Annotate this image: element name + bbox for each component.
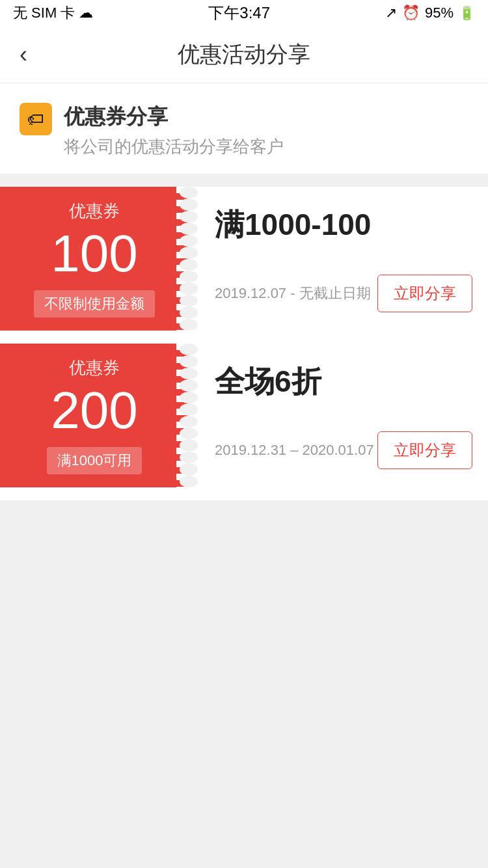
page-title: 优惠活动分享	[178, 40, 310, 70]
coupon-label-1: 优惠券	[69, 200, 120, 223]
coupon-notch	[180, 476, 198, 487]
share-button-2[interactable]: 立即分享	[377, 431, 472, 469]
coupon-condition-2: 满1000可用	[47, 447, 142, 474]
status-right: ↗ ⏰ 95% 🔋	[385, 5, 475, 21]
section-subtitle: 将公司的优惠活动分享给客户	[64, 135, 284, 158]
coupon-card-2: 优惠券 200 满1000可用 全场6折 2019.12.31 – 2020.0…	[0, 344, 488, 487]
coupon-notch	[180, 416, 198, 427]
coupon-notch	[180, 211, 198, 223]
sim-status: 无 SIM 卡 ☁	[13, 3, 93, 23]
section-text: 优惠券分享 将公司的优惠活动分享给客户	[64, 103, 284, 158]
coupon-bottom-2: 2019.12.31 – 2020.01.07 立即分享	[215, 431, 472, 469]
coupon-notch	[180, 247, 198, 258]
back-button[interactable]: ‹	[20, 41, 27, 68]
coupon-notch	[180, 295, 198, 306]
coupon-right-2: 全场6折 2019.12.31 – 2020.01.07 立即分享	[189, 344, 488, 487]
alarm-icon: ⏰	[402, 5, 420, 21]
coupon-left-2: 优惠券 200 满1000可用	[0, 344, 189, 487]
coupon-notch	[180, 452, 198, 463]
coupon-amount-2: 200	[51, 385, 137, 437]
coupon-name-2: 全场6折	[215, 362, 472, 402]
nav-bar: ‹ 优惠活动分享	[0, 26, 488, 83]
content-area: 🏷 优惠券分享 将公司的优惠活动分享给客户 优惠券 100 不限制使用金额 满1…	[0, 83, 488, 500]
coupon-date-1: 2019.12.07 - 无截止日期	[215, 284, 371, 303]
coupon-notch	[180, 463, 198, 475]
status-time: 下午3:47	[208, 3, 270, 23]
share-button-1[interactable]: 立即分享	[377, 275, 472, 312]
section-icon: 🏷	[20, 103, 52, 135]
coupon-left-1: 优惠券 100 不限制使用金额	[0, 187, 189, 331]
coupon-notch	[180, 235, 198, 247]
coupon-card-1: 优惠券 100 不限制使用金额 满1000-100 2019.12.07 - 无…	[0, 187, 488, 331]
coupon-right-1: 满1000-100 2019.12.07 - 无截止日期 立即分享	[189, 187, 488, 331]
coupon-bottom-1: 2019.12.07 - 无截止日期 立即分享	[215, 275, 472, 312]
battery-status: 95%	[425, 5, 454, 21]
coupon-date-2: 2019.12.31 – 2020.01.07	[215, 442, 374, 459]
coupon-notch	[180, 271, 198, 282]
coupon-notch	[180, 427, 198, 439]
status-left: 无 SIM 卡 ☁	[13, 3, 93, 23]
coupon-notch	[180, 392, 198, 403]
coupon-notch	[180, 259, 198, 271]
coupon-condition-1: 不限制使用金额	[34, 290, 155, 318]
coupon-notch	[180, 198, 198, 210]
coupon-notch	[180, 187, 198, 198]
status-bar: 无 SIM 卡 ☁ 下午3:47 ↗ ⏰ 95% 🔋	[0, 0, 488, 26]
location-icon: ↗	[385, 5, 397, 21]
coupon-amount-1: 100	[51, 228, 137, 280]
coupon-notch	[180, 368, 198, 379]
coupon-list: 优惠券 100 不限制使用金额 满1000-100 2019.12.07 - 无…	[0, 187, 488, 500]
coupon-notch	[180, 306, 198, 318]
coupon-icon: 🏷	[27, 109, 44, 129]
coupon-notch	[180, 403, 198, 415]
coupon-notch	[180, 379, 198, 391]
coupon-divider-1	[180, 187, 198, 331]
battery-icon: 🔋	[459, 5, 475, 21]
coupon-label-2: 优惠券	[69, 357, 120, 379]
coupon-notch	[180, 344, 198, 355]
coupon-notch	[180, 282, 198, 294]
coupon-name-1: 满1000-100	[215, 205, 472, 245]
coupon-notch	[180, 223, 198, 234]
coupon-notch	[180, 355, 198, 367]
coupon-divider-2	[180, 344, 198, 487]
section-header: 🏷 优惠券分享 将公司的优惠活动分享给客户	[0, 83, 488, 174]
bottom-fill	[0, 500, 488, 868]
coupon-notch	[180, 319, 198, 331]
section-title: 优惠券分享	[64, 103, 284, 131]
coupon-notch	[180, 439, 198, 451]
